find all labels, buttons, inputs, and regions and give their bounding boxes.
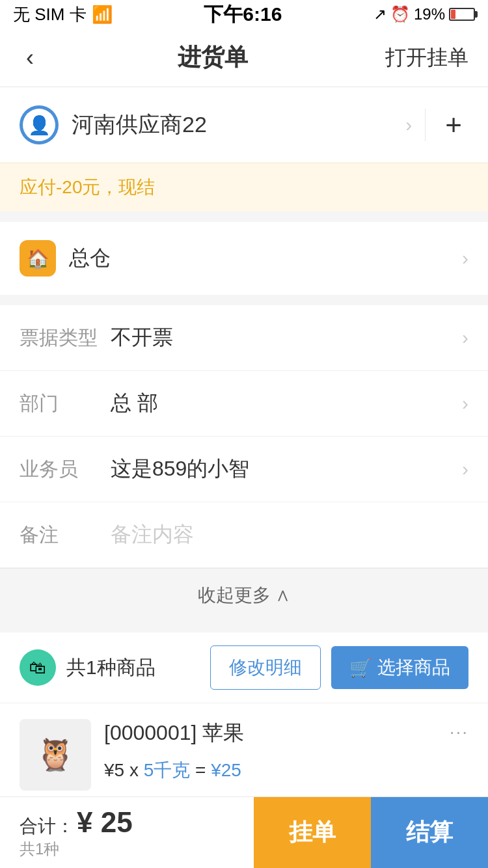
collapse-label: 收起更多 ∧ xyxy=(198,583,291,608)
product-equals: = xyxy=(195,760,211,780)
select-product-label: 选择商品 xyxy=(377,655,450,680)
more-icon: ··· xyxy=(450,722,468,742)
location-icon: ↗ xyxy=(373,5,386,23)
supplier-avatar: 👤 xyxy=(20,105,59,144)
product-more[interactable]: ··· xyxy=(450,719,468,742)
warehouse-row[interactable]: 🏠 总仓 › xyxy=(0,222,488,295)
status-time: 下午6:16 xyxy=(204,1,282,28)
select-product-button[interactable]: 🛒 选择商品 xyxy=(331,646,468,689)
supplier-chevron-icon: › xyxy=(405,114,412,136)
remark-row[interactable]: 备注 备注内容 xyxy=(0,502,488,568)
supplier-row[interactable]: 👤 河南供应商22 › + xyxy=(0,87,488,163)
payment-notice: 应付-20元，现结 xyxy=(0,163,488,211)
invoice-chevron-icon: › xyxy=(462,327,468,349)
supplier-name: 河南供应商22 xyxy=(72,110,399,140)
bottom-bar: 合计： ¥ 25 共1种 挂单 结算 xyxy=(0,796,488,868)
dept-row[interactable]: 部门 总 部 › xyxy=(0,371,488,437)
salesperson-row[interactable]: 业务员 这是859的小智 › xyxy=(0,437,488,502)
warehouse-chevron-icon: › xyxy=(462,247,468,269)
status-bar: 无 SIM 卡 📶 下午6:16 ↗ ⏰ 19% xyxy=(0,0,488,29)
status-left: 无 SIM 卡 📶 xyxy=(13,3,113,26)
checkout-button[interactable]: 结算 xyxy=(371,797,488,868)
product-price-row: ¥5 x 5千克 = ¥25 xyxy=(104,758,437,783)
nav-bar: ‹ 进货单 打开挂单 xyxy=(0,29,488,87)
product-item: 🦉 [0000001] 苹果 ¥5 x 5千克 = ¥25 ··· xyxy=(0,703,488,806)
invoice-value: 不开票 xyxy=(111,323,455,352)
battery-percent: 19% xyxy=(414,5,445,23)
open-hang-button[interactable]: 打开挂单 xyxy=(385,44,468,72)
warehouse-icon: 🏠 xyxy=(20,240,56,277)
product-count: 共1种商品 xyxy=(66,655,200,681)
alarm-icon: ⏰ xyxy=(390,5,410,23)
warehouse-section: 🏠 总仓 › xyxy=(0,222,488,295)
collapse-row[interactable]: 收起更多 ∧ xyxy=(0,568,488,622)
supplier-section: 👤 河南供应商22 › + 应付-20元，现结 xyxy=(0,87,488,211)
total-row: 合计： ¥ 25 xyxy=(20,806,234,839)
battery-icon xyxy=(449,8,475,21)
dept-chevron-icon: › xyxy=(462,392,468,414)
main-content: 👤 河南供应商22 › + 应付-20元，现结 🏠 总仓 › 票据类型 不开票 … xyxy=(0,87,488,868)
product-title: 苹果 xyxy=(202,721,244,744)
product-owl-icon: 🦉 xyxy=(36,737,75,773)
invoice-label: 票据类型 xyxy=(20,325,111,351)
dept-value: 总 部 xyxy=(111,389,455,418)
product-name: [0000001] 苹果 xyxy=(104,719,437,748)
product-thumbnail: 🦉 xyxy=(20,719,91,791)
back-button[interactable]: ‹ xyxy=(20,38,40,78)
add-supplier-button[interactable]: + xyxy=(439,109,468,141)
salesperson-value: 这是859的小智 xyxy=(111,455,455,483)
cart-icon: 🛒 xyxy=(349,657,372,679)
product-price: ¥5 xyxy=(104,760,124,780)
supplier-divider xyxy=(425,109,426,141)
warehouse-name: 总仓 xyxy=(69,244,455,273)
dept-label: 部门 xyxy=(20,390,111,417)
salesperson-chevron-icon: › xyxy=(462,458,468,480)
wifi-icon: 📶 xyxy=(92,5,113,25)
remark-label: 备注 xyxy=(20,522,111,549)
product-code: [0000001] xyxy=(104,721,197,744)
product-header: 🛍 共1种商品 修改明细 🛒 选择商品 xyxy=(0,632,488,703)
product-bag-icon: 🛍 xyxy=(20,649,56,686)
form-section: 票据类型 不开票 › 部门 总 部 › 业务员 这是859的小智 › 备注 备注… xyxy=(0,305,488,622)
carrier-text: 无 SIM 卡 xyxy=(13,3,87,26)
total-amount: ¥ 25 xyxy=(77,806,133,839)
salesperson-label: 业务员 xyxy=(20,456,111,483)
invoice-row[interactable]: 票据类型 不开票 › xyxy=(0,305,488,371)
product-total: ¥25 xyxy=(211,760,241,780)
edit-detail-button[interactable]: 修改明细 xyxy=(210,645,321,690)
status-right: ↗ ⏰ 19% xyxy=(373,5,475,23)
product-section: 🛍 共1种商品 修改明细 🛒 选择商品 🦉 [0000001] 苹果 ¥5 xyxy=(0,632,488,806)
page-title: 进货单 xyxy=(178,42,248,74)
product-multiply: x xyxy=(129,760,144,780)
hang-button[interactable]: 挂单 xyxy=(254,797,371,868)
total-count: 共1种 xyxy=(20,839,234,860)
remark-input[interactable]: 备注内容 xyxy=(111,521,468,549)
person-icon: 👤 xyxy=(28,115,51,136)
product-qty: 5千克 xyxy=(144,760,191,780)
total-label: 合计： xyxy=(20,814,74,839)
total-section: 合计： ¥ 25 共1种 xyxy=(0,797,254,868)
product-info: [0000001] 苹果 ¥5 x 5千克 = ¥25 xyxy=(104,719,437,783)
